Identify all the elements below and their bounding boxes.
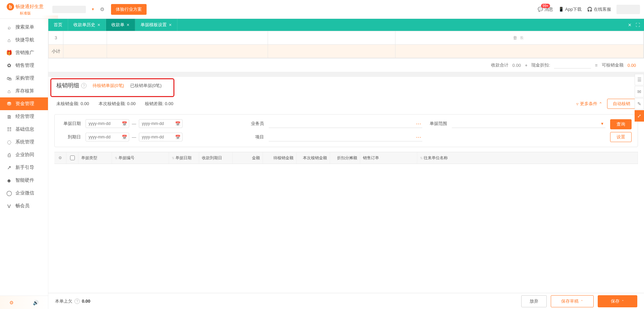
sidebar-item-4[interactable]: 🛍采购管理	[0, 72, 48, 85]
tab-2[interactable]: 收款单✕	[106, 19, 135, 31]
salesperson-input[interactable]	[269, 120, 422, 128]
cell-empty[interactable]	[268, 31, 395, 45]
col-due-date[interactable]: 收款到期日	[199, 152, 233, 164]
help-icon[interactable]: ?	[74, 299, 80, 304]
cash-discount-input[interactable]	[554, 62, 591, 69]
user-avatar[interactable]	[616, 5, 640, 14]
nav-label: 新手引导	[15, 165, 34, 171]
sidebar-item-14[interactable]: V畅会员	[0, 200, 48, 212]
sidebar-item-11[interactable]: ↗新手引导	[0, 161, 48, 174]
tabs-expand-icon[interactable]: ⛶	[636, 23, 640, 28]
online-service-label: 在线客服	[594, 6, 611, 12]
header-left: b 畅捷通好生意 标准版 ▼ ⚙ 体验行业方案	[4, 3, 147, 16]
due-date-from-input[interactable]	[86, 133, 129, 141]
logo-block[interactable]: b 畅捷通好生意 标准版	[4, 3, 46, 16]
online-service-link[interactable]: 🎧 在线客服	[587, 6, 611, 12]
table-gear-icon[interactable]: ⚙	[54, 152, 66, 164]
discard-button[interactable]: 放弃	[521, 295, 547, 307]
sidebar-item-12[interactable]: ☻智能硬件	[0, 174, 48, 187]
footer-balance: 本单上欠 ? 0.00	[55, 298, 90, 304]
close-icon[interactable]: ✕	[169, 23, 172, 27]
ellipsis-icon[interactable]: ⋯	[416, 134, 421, 140]
col-party-name[interactable]: ⇅往来单位名称	[417, 152, 638, 164]
rail-item-4[interactable]: ⤢	[635, 110, 644, 122]
deductible-label: 可核销金额	[602, 62, 624, 68]
query-button[interactable]: 查询	[610, 119, 632, 129]
sidebar-item-0[interactable]: ⌕搜索菜单	[0, 21, 48, 34]
company-selector[interactable]	[52, 6, 86, 13]
sidebar-item-5[interactable]: ⌂库存核算	[0, 85, 48, 97]
col-doc-date[interactable]: ⇅单据日期	[169, 152, 199, 164]
chevron-up-icon: ⌃	[622, 300, 624, 303]
select-all-checkbox[interactable]	[66, 152, 78, 164]
cash-discount-label: 现金折扣:	[531, 62, 550, 68]
tab-done-writeoff[interactable]: 已核销单据(0笔)	[130, 83, 162, 89]
filter-settings-button[interactable]: 设置	[610, 132, 632, 142]
sidebar-item-3[interactable]: ✿销售管理	[0, 59, 48, 72]
tab-3[interactable]: 单据模板设置✕	[135, 19, 177, 31]
nav-label: 智能硬件	[15, 177, 34, 183]
sidebar-gear-icon[interactable]: ⚙	[9, 300, 14, 305]
tab-pending-writeoff[interactable]: 待核销单据(0笔)	[93, 83, 124, 89]
sidebar-item-1[interactable]: ⌂快捷导航	[0, 34, 48, 46]
app-download-link[interactable]: 📱 App下载	[558, 6, 582, 12]
col-doc-type[interactable]: 单据类型	[78, 152, 112, 164]
chevron-down-icon[interactable]: ▼	[600, 122, 604, 126]
project-input[interactable]	[269, 133, 422, 141]
col-sales-order[interactable]: 销售订单	[360, 152, 417, 164]
nav-icon: ☻	[6, 178, 12, 183]
save-button[interactable]: 保存⌃	[598, 295, 637, 307]
rail-item-1[interactable]: ☰	[635, 74, 644, 85]
tab-0[interactable]: 首页	[48, 19, 68, 31]
rail-item-3[interactable]: ✎	[635, 98, 644, 109]
cell-empty[interactable]	[107, 31, 268, 45]
tabs-close-all-icon[interactable]: ✕	[628, 23, 632, 28]
save-draft-button[interactable]: 保存草稿⌃	[551, 295, 594, 307]
table-row: 3 🗑 ⎘	[49, 31, 644, 45]
doc-date-to-input[interactable]	[139, 119, 182, 128]
more-conditions-toggle[interactable]: ▿ 更多条件 ⌃	[576, 101, 602, 107]
scope-input[interactable]	[452, 120, 605, 128]
due-date-to-input[interactable]	[139, 133, 182, 141]
data-table-header: ⚙ 单据类型 ⇅单据编号 ⇅单据日期 收款到期日 金额 待核销金额 本次核销金额…	[54, 152, 638, 164]
scope-label: 单据范围	[427, 121, 447, 127]
sidebar-item-9[interactable]: ◌系统管理	[0, 136, 48, 148]
tab-1[interactable]: 收款单历史✕	[68, 19, 106, 31]
sidebar-item-10[interactable]: ⎙企业协同	[0, 148, 48, 161]
col-amount[interactable]: 金额	[233, 152, 263, 164]
nav-label: 系统管理	[15, 139, 34, 145]
chevron-up-icon: ⌃	[599, 101, 602, 106]
col-pending-amount[interactable]: 待核销金额	[263, 152, 297, 164]
close-icon[interactable]: ✕	[126, 23, 129, 27]
messages-link[interactable]: 💬 99+ 消息	[538, 6, 553, 12]
delete-row-icon[interactable]: 🗑	[513, 35, 517, 40]
company-caret-icon[interactable]: ▼	[91, 7, 95, 11]
sidebar-item-8[interactable]: ☷基础信息	[0, 123, 48, 136]
data-table-body	[54, 164, 638, 226]
row-index: 3	[49, 31, 63, 45]
copy-row-icon[interactable]: ⎘	[521, 35, 523, 40]
tab-label: 首页	[54, 22, 62, 28]
experience-industry-button[interactable]: 体验行业方案	[111, 4, 147, 15]
sidebar-item-7[interactable]: 🗎经营管理	[0, 110, 48, 123]
sidebar-item-6[interactable]: ⛃资金管理	[0, 97, 48, 110]
sidebar-item-2[interactable]: 🎁营销推广	[0, 46, 48, 59]
ellipsis-icon[interactable]: ⋯	[416, 121, 421, 127]
help-icon[interactable]: ?	[81, 83, 87, 88]
col-this-writeoff[interactable]: 本次核销金额	[297, 152, 330, 164]
sidebar-item-13[interactable]: ◯企业微信	[0, 187, 48, 200]
close-icon[interactable]: ✕	[97, 23, 100, 27]
doc-date-from-input[interactable]	[86, 119, 129, 128]
nav-label: 销售管理	[15, 62, 34, 69]
col-doc-number[interactable]: ⇅单据编号	[112, 152, 169, 164]
nav-label: 快捷导航	[15, 37, 34, 43]
auto-writeoff-button[interactable]: 自动核销	[607, 99, 636, 109]
rail-item-2[interactable]: ✉	[635, 86, 644, 97]
content: 3 🗑 ⎘ 小计	[48, 31, 644, 309]
due-date-label: 到期日	[61, 134, 81, 140]
settings-gear-icon[interactable]: ⚙	[100, 6, 104, 12]
cell-empty[interactable]	[63, 31, 107, 45]
col-discount-share[interactable]: 折扣分摊额	[330, 152, 360, 164]
sidebar-sound-icon[interactable]: 🔊	[33, 300, 39, 305]
writeoff-header: 核销明细 ? 待核销单据(0笔) 已核销单据(0笔)	[56, 82, 636, 89]
